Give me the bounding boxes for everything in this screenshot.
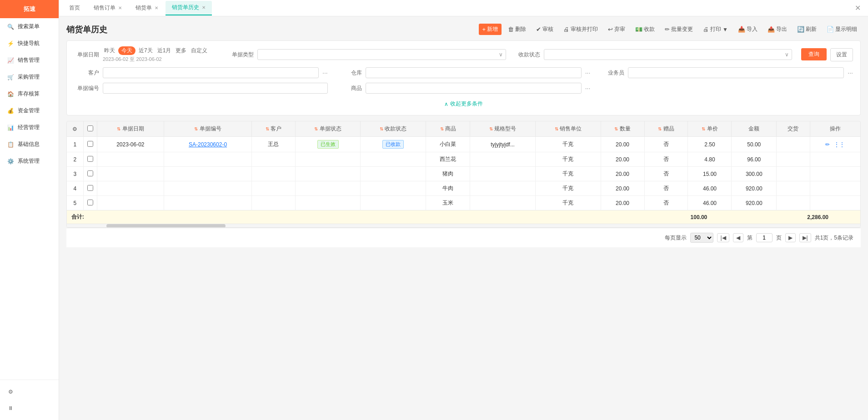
delete-button[interactable]: 🗑 删除 <box>504 24 530 35</box>
row-doc-no[interactable] <box>164 196 252 210</box>
close-sales-history-tab[interactable]: ✕ <box>202 5 206 10</box>
row-select-checkbox[interactable] <box>87 200 93 205</box>
last-page-btn[interactable]: ▶| <box>799 233 811 242</box>
row-checkbox[interactable] <box>83 152 97 167</box>
close-sales-order-tab[interactable]: ✕ <box>118 5 122 10</box>
collect-button[interactable]: 💵 收款 <box>632 24 658 35</box>
row-index: 4 <box>67 181 83 196</box>
sidebar-item-search-menu[interactable]: 🔍 搜索菜单 <box>0 18 59 35</box>
tab-sales-history[interactable]: 销货单历史 ✕ <box>166 1 212 15</box>
import-button[interactable]: 📥 导入 <box>734 24 761 35</box>
tab-home[interactable]: 首页 <box>63 1 86 15</box>
delete-icon: 🗑 <box>508 26 514 33</box>
sidebar-item-quick-nav[interactable]: ⚡ 快捷导航 <box>0 35 59 52</box>
col-collect-status[interactable]: ⇅ 收款状态 <box>361 121 426 137</box>
setting-button[interactable]: 设置 <box>830 48 853 61</box>
more-action[interactable]: ⋮⋮ <box>834 141 845 148</box>
edit-action[interactable]: ✏ <box>825 141 830 148</box>
close-sales-delivery-tab[interactable]: ✕ <box>155 5 158 10</box>
col-doc-no[interactable]: ⇅ 单据编号 <box>164 121 252 137</box>
doc-no-link[interactable]: SA-20230602-0 <box>189 141 227 148</box>
sidebar-item-sys-mgmt[interactable]: ⚙️ 系统管理 <box>0 153 59 170</box>
sidebar-item-purchase-mgmt[interactable]: 🛒 采购管理 <box>0 69 59 85</box>
row-action[interactable] <box>810 196 860 210</box>
sidebar-item-operations[interactable]: 📊 经营管理 <box>0 119 59 136</box>
page-number-input[interactable] <box>756 233 773 242</box>
new-button[interactable]: + 新增 <box>479 24 502 35</box>
row-doc-no[interactable]: SA-20230602-0 <box>164 137 252 152</box>
row-doc-no[interactable] <box>164 181 252 196</box>
export-button[interactable]: 📤 导出 <box>764 24 791 35</box>
row-doc-no[interactable] <box>164 152 252 167</box>
col-doc-date[interactable]: ⇅ 单据日期 <box>97 121 164 137</box>
batch-change-button[interactable]: ✏ 批量变更 <box>661 24 697 35</box>
row-select-checkbox[interactable] <box>87 170 93 176</box>
row-checkbox[interactable] <box>83 181 97 196</box>
product-more-icon[interactable]: ··· <box>585 85 591 92</box>
select-all-checkbox[interactable] <box>87 125 93 131</box>
col-product[interactable]: ⇅ 商品 <box>426 121 470 137</box>
doc-type-select[interactable] <box>258 50 496 60</box>
row-action[interactable] <box>810 167 860 181</box>
discard-button[interactable]: ↩ 弃审 <box>604 24 629 35</box>
row-sales-unit: 千克 <box>535 167 601 181</box>
query-button[interactable]: 查询 <box>801 48 827 60</box>
sidebar-item-sales-mgmt[interactable]: 📈 销售管理 <box>0 52 59 69</box>
row-select-checkbox[interactable] <box>87 156 93 162</box>
close-all-tabs-btn[interactable]: ✕ <box>851 4 864 12</box>
row-checkbox[interactable] <box>83 196 97 210</box>
col-unit-price[interactable]: ⇅ 单价 <box>688 121 732 137</box>
scrollbar-track[interactable] <box>67 224 860 227</box>
audit-print-button[interactable]: 🖨 审核并打印 <box>560 24 602 35</box>
col-settings[interactable]: ⚙ <box>67 121 83 137</box>
sidebar-item-inventory[interactable]: 🏠 库存核算 <box>0 85 59 102</box>
sidebar-item-finance[interactable]: 💰 资金管理 <box>0 102 59 119</box>
row-product: 小白菜 <box>426 137 470 152</box>
sidebar-bottom-item-1[interactable]: ⚙ <box>0 384 59 400</box>
product-input[interactable] <box>366 83 582 94</box>
business-input[interactable] <box>628 67 844 78</box>
col-spec-type[interactable]: ⇅ 规格型号 <box>470 121 536 137</box>
tab-sales-order[interactable]: 销售订单 ✕ <box>87 1 128 15</box>
sidebar-item-basic-info[interactable]: 📋 基础信息 <box>0 136 59 153</box>
row-doc-no[interactable] <box>164 167 252 181</box>
quick-date-custom[interactable]: 自定义 <box>190 46 209 55</box>
doc-no-input[interactable] <box>103 83 328 94</box>
warehouse-more-icon[interactable]: ··· <box>585 69 591 76</box>
quick-date-1month[interactable]: 近1月 <box>156 46 173 55</box>
row-quantity: 20.00 <box>601 152 644 167</box>
page-size-select[interactable]: 50 100 200 <box>690 233 713 243</box>
quick-date-today[interactable]: 今天 <box>118 46 135 55</box>
next-page-btn[interactable]: ▶ <box>785 233 796 242</box>
tab-sales-delivery[interactable]: 销货单 ✕ <box>129 1 165 15</box>
row-checkbox[interactable] <box>83 137 97 152</box>
warehouse-input[interactable] <box>366 67 582 78</box>
row-checkbox[interactable] <box>83 167 97 181</box>
audit-button[interactable]: ✔ 审核 <box>532 24 557 35</box>
sidebar-bottom-item-2[interactable]: ⏸ <box>0 400 59 416</box>
collapse-filter-btn[interactable]: ∧ 收起更多条件 <box>74 98 853 110</box>
first-page-btn[interactable]: |◀ <box>717 233 729 242</box>
col-gift[interactable]: ⇅ 赠品 <box>644 121 688 137</box>
customer-more-icon[interactable]: ··· <box>322 69 328 76</box>
row-action[interactable] <box>810 181 860 196</box>
display-detail-button[interactable]: 📄 显示明细 <box>823 24 861 35</box>
col-customer[interactable]: ⇅ 客户 <box>251 121 295 137</box>
row-action[interactable]: ✏ ⋮⋮ <box>810 137 860 152</box>
quick-date-7days[interactable]: 近7天 <box>137 46 154 55</box>
collect-status-select[interactable] <box>544 50 783 60</box>
prev-page-btn[interactable]: ◀ <box>733 233 743 242</box>
col-doc-status[interactable]: ⇅ 单据状态 <box>295 121 361 137</box>
row-action[interactable] <box>810 152 860 167</box>
scrollbar-thumb[interactable] <box>106 224 226 228</box>
print-button[interactable]: 🖨 打印 ▼ <box>699 24 732 35</box>
quick-date-yesterday[interactable]: 昨天 <box>103 46 116 55</box>
quick-date-more[interactable]: 更多 <box>174 46 188 55</box>
col-quantity[interactable]: ⇅ 数量 <box>601 121 644 137</box>
row-select-checkbox[interactable] <box>87 185 93 191</box>
customer-input[interactable] <box>103 67 319 78</box>
refresh-button[interactable]: 🔄 刷新 <box>793 24 820 35</box>
col-sales-unit[interactable]: ⇅ 销售单位 <box>535 121 601 137</box>
row-select-checkbox[interactable] <box>87 141 93 147</box>
business-more-icon[interactable]: ··· <box>848 69 853 76</box>
